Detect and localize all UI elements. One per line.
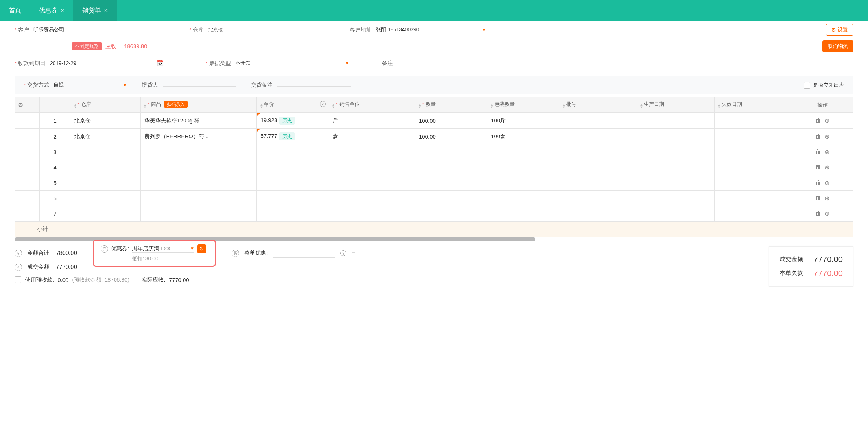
cell-exp-date[interactable]	[714, 191, 792, 206]
cell-qty[interactable]	[415, 206, 487, 222]
th-qty[interactable]: ▲▼*数量	[415, 97, 487, 113]
cell-warehouse[interactable]	[70, 206, 140, 222]
cell-qty[interactable]	[415, 144, 487, 160]
cell-qty[interactable]: 100.00	[415, 129, 487, 144]
cell-price[interactable]	[257, 191, 329, 206]
cell-exp-date[interactable]	[714, 206, 792, 222]
remark-input[interactable]	[397, 62, 522, 65]
delete-row-icon[interactable]: 🗑	[815, 148, 821, 155]
cell-qty[interactable]	[415, 191, 487, 206]
th-product[interactable]: ▲▼*商品扫码录入	[140, 97, 257, 113]
scan-badge[interactable]: 扫码录入	[164, 101, 188, 108]
cell-price[interactable]: 19.923历史	[257, 113, 329, 129]
th-batch[interactable]: ▲▼批号	[559, 97, 637, 113]
cell-batch[interactable]	[559, 206, 637, 222]
cell-unit[interactable]	[329, 144, 415, 160]
picker-input[interactable]	[163, 83, 236, 87]
cell-price[interactable]	[257, 206, 329, 222]
cell-exp-date[interactable]	[714, 160, 792, 175]
close-icon[interactable]: ✕	[104, 8, 108, 13]
add-row-icon[interactable]: ⊕	[825, 195, 829, 202]
cell-qty[interactable]	[415, 175, 487, 191]
table-row[interactable]: 4🗑⊕	[15, 160, 853, 175]
cell-price[interactable]	[257, 160, 329, 175]
cell-exp-date[interactable]	[714, 144, 792, 160]
add-row-icon[interactable]: ⊕	[825, 133, 829, 140]
help-icon[interactable]: ?	[320, 101, 326, 107]
cell-price[interactable]	[257, 175, 329, 191]
th-prod-date[interactable]: ▲▼生产日期	[637, 97, 714, 113]
cell-warehouse[interactable]: 北京仓	[70, 113, 140, 129]
cell-warehouse[interactable]	[70, 160, 140, 175]
cell-warehouse[interactable]	[70, 144, 140, 160]
cell-product[interactable]: 华美华夫软饼1200g 糕...	[140, 113, 257, 129]
table-row[interactable]: 5🗑⊕	[15, 175, 853, 191]
cell-batch[interactable]	[559, 160, 637, 175]
table-row[interactable]: 6🗑⊕	[15, 191, 853, 206]
cell-exp-date[interactable]	[714, 129, 792, 144]
table-row[interactable]: 3🗑⊕	[15, 144, 853, 160]
cell-qty[interactable]: 100.00	[415, 113, 487, 129]
cell-pack[interactable]	[487, 160, 559, 175]
cell-batch[interactable]	[559, 191, 637, 206]
immediate-checkbox[interactable]	[804, 82, 810, 89]
cell-batch[interactable]	[559, 113, 637, 129]
cell-product[interactable]	[140, 175, 257, 191]
warehouse-select[interactable]: 北京仓	[208, 25, 322, 35]
delete-row-icon[interactable]: 🗑	[815, 117, 821, 124]
delete-row-icon[interactable]: 🗑	[815, 133, 821, 140]
discount-input[interactable]	[273, 249, 335, 258]
history-tag[interactable]: 历史	[279, 132, 295, 140]
coupon-select[interactable]: 周年店庆满1000... ▼	[132, 245, 194, 253]
cell-exp-date[interactable]	[714, 113, 792, 129]
cell-pack[interactable]: 100盒	[487, 129, 559, 144]
cell-product[interactable]	[140, 206, 257, 222]
cell-qty[interactable]	[415, 160, 487, 175]
add-row-icon[interactable]: ⊕	[825, 164, 829, 171]
cell-batch[interactable]	[559, 175, 637, 191]
cell-product[interactable]	[140, 191, 257, 206]
cell-exp-date[interactable]	[714, 175, 792, 191]
horizontal-scrollbar[interactable]	[15, 237, 535, 241]
cell-prod-date[interactable]	[637, 144, 714, 160]
cell-price[interactable]: 57.777历史	[257, 129, 329, 144]
cell-unit[interactable]	[329, 160, 415, 175]
th-warehouse[interactable]: ▲▼*仓库	[70, 97, 140, 113]
th-pack[interactable]: ▲▼包装数量	[487, 97, 559, 113]
cell-unit[interactable]	[329, 206, 415, 222]
table-row[interactable]: 1北京仓华美华夫软饼1200g 糕...19.923历史斤100.00100斤🗑…	[15, 113, 853, 129]
due-date-picker[interactable]: 2019-12-29 📅	[50, 58, 164, 68]
settings-button[interactable]: ⚙设置	[826, 24, 853, 36]
cell-prod-date[interactable]	[637, 191, 714, 206]
delete-row-icon[interactable]: 🗑	[815, 179, 821, 186]
refresh-button[interactable]: ↻	[197, 244, 206, 253]
th-unit[interactable]: ▲▼*销售单位	[329, 97, 415, 113]
delete-row-icon[interactable]: 🗑	[815, 210, 821, 217]
th-exp-date[interactable]: ▲▼失效日期	[714, 97, 792, 113]
history-tag[interactable]: 历史	[279, 117, 295, 125]
tab-coupon[interactable]: 优惠券✕	[30, 0, 73, 21]
cell-product[interactable]: 费列罗（FERRERO）巧...	[140, 129, 257, 144]
customer-select[interactable]: 昕乐贸易公司	[33, 25, 147, 35]
cell-product[interactable]	[140, 144, 257, 160]
cell-unit[interactable]	[329, 191, 415, 206]
cell-prod-date[interactable]	[637, 160, 714, 175]
cell-prod-date[interactable]	[637, 206, 714, 222]
bill-type-select[interactable]: 不开票 ▼	[235, 58, 349, 68]
tab-sales[interactable]: 销货单✕	[73, 0, 117, 21]
cell-unit[interactable]	[329, 175, 415, 191]
add-row-icon[interactable]: ⊕	[825, 148, 829, 155]
cell-warehouse[interactable]: 北京仓	[70, 129, 140, 144]
table-row[interactable]: 7🗑⊕	[15, 206, 853, 222]
cell-prod-date[interactable]	[637, 129, 714, 144]
cell-unit[interactable]: 盒	[329, 129, 415, 144]
cell-prod-date[interactable]	[637, 113, 714, 129]
cell-pack[interactable]: 100斤	[487, 113, 559, 129]
cell-pack[interactable]	[487, 175, 559, 191]
delivery-method-select[interactable]: 自提 ▼	[54, 80, 127, 90]
delete-row-icon[interactable]: 🗑	[815, 195, 821, 202]
table-row[interactable]: 2北京仓费列罗（FERRERO）巧...57.777历史盒100.00100盒🗑…	[15, 129, 853, 144]
address-select[interactable]: 张阳 18513400390 ▼	[376, 25, 486, 35]
help-icon[interactable]: ?	[340, 250, 346, 256]
cell-unit[interactable]: 斤	[329, 113, 415, 129]
